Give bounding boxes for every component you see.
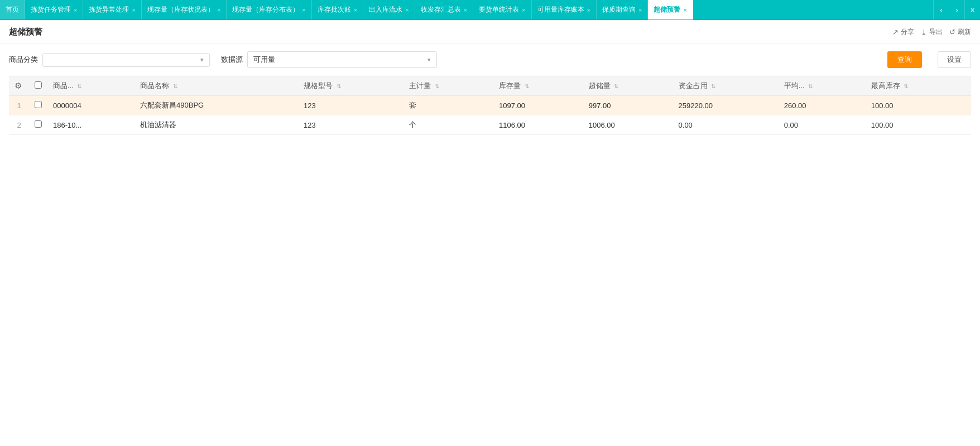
sort-icon-avg: ⇅ bbox=[808, 83, 813, 89]
datasource-chevron-icon: ▾ bbox=[427, 56, 431, 64]
nav-arrows: ‹ › × bbox=[933, 0, 980, 20]
export-button[interactable]: ⤓ 导出 bbox=[921, 27, 943, 37]
share-icon: ↗ bbox=[892, 28, 899, 36]
datasource-select-value: 可用量 bbox=[253, 55, 275, 65]
unit-1: 套 bbox=[403, 96, 493, 115]
sort-icon-capital: ⇅ bbox=[711, 83, 715, 89]
page-title: 超储预警 bbox=[9, 27, 42, 37]
th-checkbox[interactable] bbox=[29, 76, 47, 96]
nav-arrow-left[interactable]: ‹ bbox=[933, 0, 949, 20]
chevron-down-icon: ▾ bbox=[200, 56, 204, 64]
row-num-2: 2 bbox=[9, 115, 29, 135]
header-actions: ↗ 分享 ⤓ 导出 ↺ 刷新 bbox=[892, 27, 971, 37]
th-avg[interactable]: 平均... ⇅ bbox=[779, 76, 866, 96]
product-code-2: 186-10... bbox=[47, 115, 134, 135]
avg-2: 0.00 bbox=[779, 115, 866, 135]
capital-1: 259220.00 bbox=[673, 96, 779, 115]
nav-tab-order-stat[interactable]: 要货单统计表 × bbox=[473, 0, 531, 20]
table-row: 2 186-10... 机油滤清器 123 个 1106.00 1006.00 … bbox=[9, 115, 971, 135]
datasource-label: 数据源 bbox=[221, 55, 243, 65]
query-button[interactable]: 查询 bbox=[887, 51, 922, 68]
close-stock-dist[interactable]: × bbox=[302, 7, 305, 13]
close-order-stat[interactable]: × bbox=[522, 7, 525, 13]
stock-1: 1097.00 bbox=[493, 96, 583, 115]
filter-area: 商品分类 ▾ 数据源 可用量 ▾ 查询 设置 bbox=[0, 43, 980, 76]
unit-2: 个 bbox=[403, 115, 493, 135]
sort-icon-overstock: ⇅ bbox=[614, 83, 618, 89]
nav-tab-stock-dist[interactable]: 现存量（库存分布表） × bbox=[227, 0, 311, 20]
nav-tab-available[interactable]: 可用量库存账本 × bbox=[532, 0, 597, 20]
category-select[interactable]: ▾ bbox=[42, 53, 210, 67]
share-button[interactable]: ↗ 分享 bbox=[892, 27, 914, 37]
sort-icon-unit: ⇅ bbox=[435, 83, 439, 89]
th-spec[interactable]: 规格型号 ⇅ bbox=[298, 76, 403, 96]
data-table: ⚙ 商品... ⇅ 商品名称 ⇅ 规格型号 ⇅ bbox=[9, 76, 971, 135]
th-product-code[interactable]: 商品... ⇅ bbox=[47, 76, 134, 96]
nav-arrow-right[interactable]: › bbox=[949, 0, 964, 20]
table-header-row: ⚙ 商品... ⇅ 商品名称 ⇅ 规格型号 ⇅ bbox=[9, 76, 971, 96]
nav-arrow-close[interactable]: × bbox=[964, 0, 980, 20]
overstock-2: 1006.00 bbox=[583, 115, 673, 135]
top-navigation: 首页 拣货任务管理 × 拣货异常处理 × 现存量（库存状况表） × 现存量（库存… bbox=[0, 0, 980, 20]
settings-button[interactable]: 设置 bbox=[938, 51, 971, 68]
nav-tab-home[interactable]: 首页 bbox=[0, 0, 25, 20]
th-capital[interactable]: 资金占用 ⇅ bbox=[673, 76, 779, 96]
export-icon: ⤓ bbox=[921, 28, 927, 36]
table-container: ⚙ 商品... ⇅ 商品名称 ⇅ 规格型号 ⇅ bbox=[0, 76, 980, 135]
overstock-1: 997.00 bbox=[583, 96, 673, 115]
datasource-select[interactable]: 可用量 ▾ bbox=[247, 51, 437, 68]
max-stock-2: 100.00 bbox=[866, 115, 971, 135]
table-row: 1 0000004 六配套新昌490BPG 123 套 1097.00 997.… bbox=[9, 96, 971, 115]
close-overstock[interactable]: × bbox=[683, 7, 686, 13]
nav-tab-abnormal[interactable]: 拣货异常处理 × bbox=[83, 0, 141, 20]
category-label: 商品分类 bbox=[9, 55, 38, 65]
close-batch[interactable]: × bbox=[354, 7, 357, 13]
sort-icon-stock: ⇅ bbox=[525, 83, 529, 89]
row-checkbox-2[interactable] bbox=[29, 115, 47, 135]
sort-icon-product-name: ⇅ bbox=[173, 83, 177, 89]
product-name-1: 六配套新昌490BPG bbox=[134, 96, 298, 115]
close-available[interactable]: × bbox=[587, 7, 590, 13]
avg-1: 260.00 bbox=[779, 96, 866, 115]
close-abnormal[interactable]: × bbox=[132, 7, 135, 13]
row-checkbox-1[interactable] bbox=[29, 96, 47, 115]
close-stock-status[interactable]: × bbox=[217, 7, 220, 13]
refresh-icon: ↺ bbox=[949, 28, 955, 36]
row-select-1[interactable] bbox=[35, 101, 42, 108]
th-max-stock[interactable]: 最高库存 ⇅ bbox=[866, 76, 971, 96]
settings-gear-icon[interactable]: ⚙ bbox=[15, 81, 22, 90]
sort-icon-spec: ⇅ bbox=[337, 83, 341, 89]
datasource-filter: 数据源 可用量 ▾ bbox=[221, 51, 437, 68]
capital-2: 0.00 bbox=[673, 115, 779, 135]
th-stock[interactable]: 库存量 ⇅ bbox=[493, 76, 583, 96]
th-unit[interactable]: 主计量 ⇅ bbox=[403, 76, 493, 96]
close-expiry[interactable]: × bbox=[638, 7, 642, 13]
sort-icon-product-code: ⇅ bbox=[77, 83, 81, 89]
th-overstock[interactable]: 超储量 ⇅ bbox=[583, 76, 673, 96]
nav-tab-collect[interactable]: 收发存汇总表 × bbox=[415, 0, 473, 20]
sort-icon-max-stock: ⇅ bbox=[904, 83, 908, 89]
nav-tab-inout-flow[interactable]: 出入库流水 × bbox=[363, 0, 415, 20]
stock-2: 1106.00 bbox=[493, 115, 583, 135]
th-product-name[interactable]: 商品名称 ⇅ bbox=[134, 76, 298, 96]
close-collect[interactable]: × bbox=[464, 7, 467, 13]
spec-1: 123 bbox=[298, 96, 403, 115]
nav-tab-task-mgmt[interactable]: 拣货任务管理 × bbox=[25, 0, 83, 20]
page-header: 超储预警 ↗ 分享 ⤓ 导出 ↺ 刷新 bbox=[0, 20, 980, 43]
close-task-mgmt[interactable]: × bbox=[74, 7, 77, 13]
category-filter: 商品分类 ▾ bbox=[9, 53, 210, 67]
nav-tab-overstock[interactable]: 超储预警 × bbox=[648, 0, 693, 20]
row-num-1: 1 bbox=[9, 96, 29, 115]
select-all-checkbox[interactable] bbox=[35, 81, 42, 89]
close-inout-flow[interactable]: × bbox=[405, 7, 409, 13]
th-settings[interactable]: ⚙ bbox=[9, 76, 29, 96]
nav-tab-stock-status[interactable]: 现存量（库存状况表） × bbox=[142, 0, 227, 20]
main-content: 超储预警 ↗ 分享 ⤓ 导出 ↺ 刷新 商品分类 ▾ 数据源 bbox=[0, 20, 980, 446]
refresh-button[interactable]: ↺ 刷新 bbox=[949, 27, 971, 37]
row-select-2[interactable] bbox=[35, 120, 42, 128]
product-code-1: 0000004 bbox=[47, 96, 134, 115]
spec-2: 123 bbox=[298, 115, 403, 135]
product-name-2: 机油滤清器 bbox=[134, 115, 298, 135]
nav-tab-batch[interactable]: 库存批次账 × bbox=[312, 0, 363, 20]
nav-tab-expiry[interactable]: 保质期查询 × bbox=[597, 0, 648, 20]
